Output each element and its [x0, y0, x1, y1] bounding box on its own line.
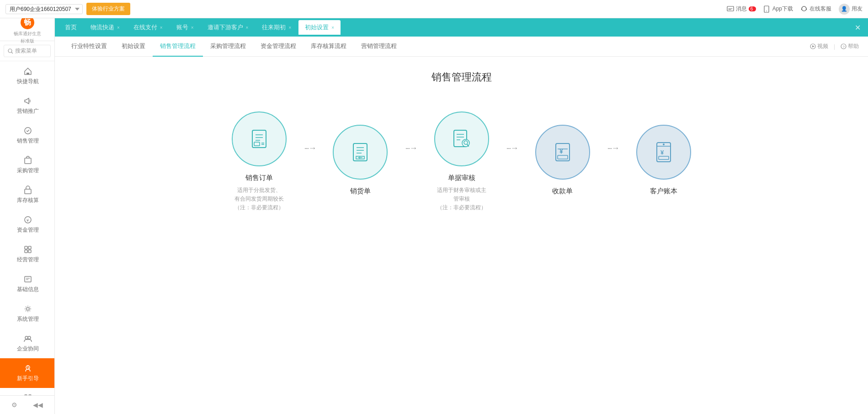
close-initial-icon[interactable]: × — [331, 25, 334, 30]
download-icon — [763, 5, 771, 13]
svg-text:¥: ¥ — [26, 218, 29, 223]
sidebar-item-system[interactable]: 系统管理 — [0, 299, 54, 329]
flow-step-receipt[interactable]: ¥ 收款单 — [522, 125, 604, 199]
sub-tabs-right: 视频 | ? 帮助 — [810, 42, 859, 50]
collab-icon — [23, 334, 32, 343]
sub-tab-marketing-flow[interactable]: 营销管理流程 — [354, 37, 404, 57]
app-download-btn[interactable]: App下载 — [763, 5, 793, 13]
flow-step-sales-invoice[interactable]: 销货单 — [319, 125, 401, 199]
svg-rect-61 — [659, 156, 669, 159]
flow-container: 销售管理流程 — [55, 57, 868, 414]
top-bar: 用户690企业1660120507 体验行业方案 消息 6 App下载 在线客服… — [0, 0, 868, 18]
flow-circle-customer-ledger: ¥ — [636, 125, 691, 180]
sidebar-search-button[interactable]: 搜索菜单 — [4, 45, 51, 57]
sidebar-item-sales-mgmt[interactable]: 销售管理 — [0, 121, 54, 150]
nav-tab-home[interactable]: 首页 — [59, 20, 83, 35]
nav-tab-logistics[interactable]: 物流快递 × — [84, 20, 126, 35]
user-selector[interactable]: 用户690企业1660120507 — [5, 4, 83, 14]
sidebar-item-inventory[interactable]: 库存核算 — [0, 180, 54, 210]
megaphone-icon — [23, 96, 32, 106]
user-avatar-btn[interactable]: 👤 用友 — [839, 4, 863, 15]
close-payment-icon[interactable]: × — [160, 25, 163, 30]
sub-tab-capital-flow[interactable]: 资金管理流程 — [253, 37, 304, 57]
sidebar-item-app-center[interactable]: 应用中心 — [0, 388, 54, 395]
close-invite-icon[interactable]: × — [246, 25, 249, 30]
ledger-icon: ¥ — [652, 141, 675, 164]
sidebar-item-basic-info[interactable]: 基础信息 — [0, 269, 54, 299]
sidebar-item-marketing-promo[interactable]: 营销推广 — [0, 91, 54, 121]
svg-marker-33 — [812, 45, 815, 48]
svg-point-8 — [8, 49, 12, 53]
close-account-icon[interactable]: × — [191, 25, 194, 30]
svg-rect-16 — [25, 246, 27, 249]
flow-circle-sales-order — [232, 111, 287, 166]
order-icon — [248, 127, 271, 150]
sidebar-item-operation[interactable]: 经营管理 — [0, 239, 54, 269]
step-desc-doc-review: 适用于财务审核或主 管审核 （注：非必要流程） — [437, 186, 486, 212]
main-layout: 畅 畅库通好生意 标准版 搜索菜单 快捷导航 营销推广 销售 — [0, 18, 868, 414]
basic-icon — [23, 275, 32, 284]
app-download-label: App下载 — [772, 5, 793, 13]
nav-tab-account[interactable]: 账号 × — [170, 20, 200, 35]
flow-arrow-2: ···→ — [405, 143, 416, 180]
svg-text:¥: ¥ — [660, 149, 664, 156]
sub-tab-initial-setup[interactable]: 初始设置 — [114, 37, 153, 57]
flow-step-doc-review[interactable]: 单据审核 适用于财务审核或主 管审核 （注：非必要流程） — [421, 111, 503, 212]
search-icon — [8, 48, 13, 54]
sidebar-item-quick-nav[interactable]: 快捷导航 — [0, 61, 54, 91]
operation-icon — [23, 245, 32, 254]
sidebar-item-newbie-guide[interactable]: 新手引导 — [0, 358, 54, 388]
flow-step-sales-order[interactable]: 销售订单 适用于分批发货、 有合同发货周期较长 （注：非必要流程） — [218, 111, 300, 212]
sidebar-item-enterprise-collab[interactable]: 企业协同 — [0, 329, 54, 358]
nav-tab-invite-customer[interactable]: 邀请下游客户 × — [201, 20, 255, 35]
sidebar-item-purchase-mgmt[interactable]: 采购管理 — [0, 150, 54, 180]
flow-step-customer-ledger[interactable]: ¥ 客户账本 — [623, 125, 705, 199]
sub-tab-inventory-flow[interactable]: 库存核算流程 — [304, 37, 354, 57]
step-name-sales-invoice: 销货单 — [350, 187, 371, 196]
svg-point-23 — [27, 308, 29, 310]
sub-tab-industry-settings[interactable]: 行业特性设置 — [64, 37, 114, 57]
avatar: 👤 — [839, 4, 850, 15]
receipt-icon: ¥ — [551, 141, 574, 164]
page-content: 行业特性设置 初始设置 销售管理流程 采购管理流程 资金管理流程 — [55, 37, 868, 414]
svg-line-9 — [11, 52, 13, 53]
svg-rect-19 — [28, 250, 31, 253]
svg-text:畅: 畅 — [24, 18, 31, 26]
step-name-receipt: 收款单 — [552, 187, 573, 196]
flow-arrow-4: ···→ — [607, 143, 619, 180]
svg-rect-5 — [806, 9, 807, 10]
online-service-btn[interactable]: 在线客服 — [800, 5, 831, 13]
collapse-button[interactable]: ◀◀ — [31, 399, 45, 410]
experience-button[interactable]: 体验行业方案 — [86, 3, 130, 15]
flow-circle-sales-invoice — [333, 125, 388, 180]
help-icon: ? — [841, 43, 847, 49]
video-help-btn[interactable]: 视频 — [810, 42, 828, 50]
nav-tabs: 首页 物流快递 × 在线支付 × 账号 × 邀请下游客户 × 往来期初 × — [55, 18, 868, 37]
nav-tab-payment[interactable]: 在线支付 × — [127, 20, 169, 35]
sidebar-bottom: ⚙ ◀◀ — [0, 395, 54, 414]
svg-rect-1 — [764, 6, 769, 12]
svg-rect-40 — [254, 142, 260, 146]
svg-rect-56 — [558, 155, 568, 159]
close-all-tabs-button[interactable]: ✕ — [851, 21, 864, 34]
sub-tab-purchase-flow[interactable]: 采购管理流程 — [203, 37, 253, 57]
logo-box: 畅 畅库通好生意 标准版 — [14, 18, 41, 44]
close-logistics-icon[interactable]: × — [117, 25, 120, 30]
help-btn[interactable]: ? 帮助 — [841, 42, 859, 50]
message-btn[interactable]: 消息 6 — [727, 5, 756, 13]
close-period-icon[interactable]: × — [288, 25, 291, 30]
nav-tab-initial-setup[interactable]: 初始设置 × — [298, 20, 341, 35]
sub-tab-sales-flow[interactable]: 销售管理流程 — [153, 37, 203, 57]
svg-point-25 — [28, 336, 31, 339]
system-icon — [23, 304, 32, 313]
sidebar-item-finance[interactable]: ¥ 资金管理 — [0, 210, 54, 239]
guide-icon — [23, 364, 32, 373]
svg-rect-4 — [801, 9, 802, 10]
sidebar-logo: 畅 畅库通好生意 标准版 — [0, 18, 54, 41]
nav-tab-period-init[interactable]: 往来期初 × — [256, 20, 298, 35]
search-label: 搜索菜单 — [15, 47, 37, 55]
step-desc-sales-order: 适用于分批发货、 有合同发货周期较长 （注：非必要流程） — [234, 186, 284, 212]
purchase-icon — [23, 156, 32, 165]
settings-bottom-button[interactable]: ⚙ — [10, 399, 19, 410]
flow-circle-receipt: ¥ — [535, 125, 590, 180]
